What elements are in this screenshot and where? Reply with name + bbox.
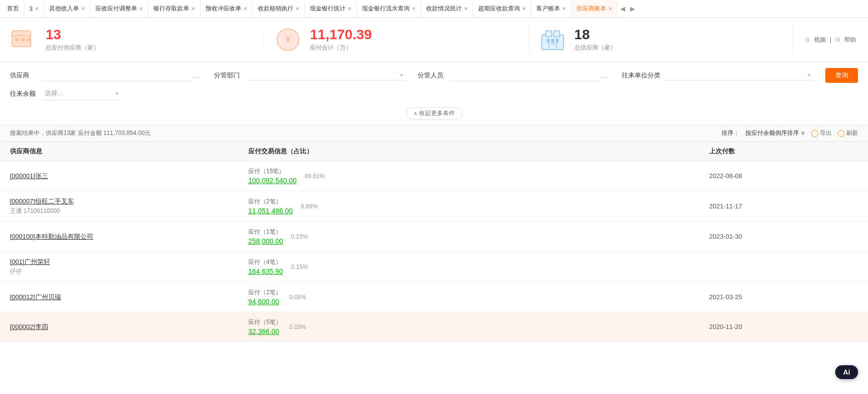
supplier-dots-icon[interactable]: ... [192,71,202,80]
tx-amount[interactable]: 164,635.90 [248,267,283,275]
supplier-input[interactable] [42,69,192,81]
export-icon [811,130,818,137]
filter-dept: 分管部门 ▾ [214,70,406,80]
supplier-link[interactable]: [000001]张三 [10,172,248,181]
tx-amount[interactable]: 32,366.00 [248,328,282,335]
nav-tab-collection-stats[interactable]: 收款情况统计 ✕ [421,0,473,18]
tx-label: 应付（4笔） [248,258,283,266]
tx-amount[interactable]: 94,600.00 [248,298,282,306]
close-icon[interactable]: ✕ [348,6,352,11]
collapse-arrow-icon: ∧ [414,111,417,116]
supplier-cell: [000007]恒旺二手叉车 王通 17106110000 [10,197,248,215]
last-pay-date: 2020-11-20 [709,323,742,330]
col-header-transaction: 应付交易信息（占比） [248,147,709,156]
search-button[interactable]: 查询 [825,68,858,83]
close-icon[interactable]: ✕ [464,6,468,11]
close-active-icon[interactable]: ✕ [608,6,612,11]
category-chevron-down-icon: ▾ [808,72,810,78]
close-icon[interactable]: ✕ [522,6,526,11]
refresh-button[interactable]: 刷新 [838,129,858,137]
sort-select[interactable]: 按应付余额倒序排序 ∨ [745,129,805,137]
nav-tab-cash-bank-flow[interactable]: 现金银行流水查询 ✕ [357,0,421,18]
person-input[interactable] [449,69,600,81]
nav-tab-supplier-ledger[interactable]: 供应商账本 ✕ [572,0,618,18]
export-button[interactable]: 导出 [811,129,832,137]
sort-chevron-down-icon: ∨ [800,130,805,136]
ai-button[interactable]: Ai [835,365,858,379]
dept-label: 分管部门 [214,71,242,80]
supplier-cell: [000002]李四 [10,323,248,331]
tx-percent: 89.61% [304,173,325,180]
supplier-link[interactable]: [000002]李四 [10,323,248,331]
balance-label: 往来余额 [10,89,38,98]
close-icon[interactable]: ✕ [243,6,247,11]
nav-tab-prepay-offset[interactable]: 预收冲应收单 ✕ [201,0,253,18]
tx-amount[interactable]: 11,051,486.00 [248,207,293,215]
filter-row-1: 供应商 ... 分管部门 ▾ 分管人员 ... 往来单位分类 [10,68,858,83]
svg-rect-12 [556,39,559,43]
collapse-button[interactable]: ∧ 收起更多条件 [406,107,462,120]
nav-next-arrow[interactable]: ▶ [628,0,638,18]
filter-balance: 往来余额 选择... ▾ [10,87,846,100]
nav-prev-arrow[interactable]: ◀ [618,0,628,18]
last-pay-date: 2021-11-17 [709,202,742,210]
table-row[interactable]: [001]广州荣轩 仔仔 应付（4笔） 164,635.90 0.15% [0,252,868,282]
table-row[interactable]: [000012]广州贝瑞 应付（2笔） 94,600.00 0.08% 2021… [0,282,868,312]
svg-rect-11 [551,39,554,43]
top-right-links: ⊙ 视频 | ⊙ 帮助 [793,36,858,44]
refresh-icon [838,130,845,137]
nav-tab-3[interactable]: 3 ✕ [24,0,44,18]
total-supplier-label: 总供应商（家） [575,44,616,52]
close-icon[interactable]: ✕ [295,6,299,11]
supplier-link[interactable]: [000012]广州贝瑞 [10,293,248,302]
nav-tab-other-income[interactable]: 其他收入单 ✕ [44,0,90,18]
close-icon[interactable]: ✕ [139,6,143,11]
supplier-link[interactable]: [001]广州荣轩 [10,258,248,266]
nav-tab-customer-ledger[interactable]: 客户账本 ✕ [531,0,572,18]
tx-label: 应付（15笔） [248,167,296,176]
last-pay-cell: 2020-11-20 [709,323,858,330]
tx-amount[interactable]: 258,000.00 [248,237,283,245]
stats-bar: 13 总应付供应商（家） ¥ 11,170.39 应付合计（万） [0,18,868,62]
table-row[interactable]: [000002]李四 应付（5笔） 32,366.00 0.03% 2020-1… [0,312,868,342]
stat-content-total-suppliers: 18 总供应商（家） [575,28,616,52]
last-pay-date: 2023-01-30 [709,233,742,240]
person-dots-icon[interactable]: ... [600,71,609,80]
close-icon[interactable]: ✕ [191,6,195,11]
results-actions: 排序： 按应付余额倒序排序 ∨ 导出 刷新 [722,129,858,137]
dept-select[interactable]: ▾ [246,70,406,80]
category-label: 往来单位分类 [622,71,660,80]
filter-supplier: 供应商 ... [10,69,202,81]
filter-row-2: 往来余额 选择... ▾ [10,87,858,100]
svg-rect-9 [554,31,560,37]
nav-tab-home[interactable]: 首页 [2,0,24,18]
payable-total-icon: ¥ [274,26,302,54]
supplier-link[interactable]: [000007]恒旺二手叉车 [10,197,248,206]
tx-amount[interactable]: 100,092,540.00 [248,177,296,185]
close-icon[interactable]: ✕ [81,6,85,11]
top-nav: 首页 3 ✕ 其他收入单 ✕ 应收应付调整单 ✕ 银行存取款单 ✕ 预收冲应收单… [0,0,868,18]
table-row[interactable]: [000001]张三 应付（15笔） 100,092,540.00 89.61%… [0,161,868,191]
svg-rect-4 [27,38,31,41]
close-tab-3-icon[interactable]: ✕ [35,6,39,11]
tx-percent: 0.23% [291,233,308,240]
table-row[interactable]: [000100]本特勤油品有限公司 应付（1笔） 258,000.00 0.23… [0,222,868,252]
transaction-cell: 应付（2笔） 94,600.00 0.08% [248,288,709,306]
nav-tab-overdue-ar[interactable]: 超期应收款查询 ✕ [473,0,531,18]
nav-tab-cash-bank-stats[interactable]: 现金银行统计 ✕ [305,0,357,18]
table-body: [000001]张三 应付（15笔） 100,092,540.00 89.61%… [0,161,868,342]
tx-label: 应付（1笔） [248,228,283,236]
category-select[interactable]: ▾ [664,70,814,80]
nav-tab-collection-verify[interactable]: 收款核销执行 ✕ [253,0,305,18]
results-summary: 搜索结果中，供应商13家 应付金额 111,703,854.00元 [10,129,722,137]
nav-tab-ar-ap-adjust[interactable]: 应收应付调整单 ✕ [90,0,148,18]
help-link[interactable]: 帮助 [844,36,856,44]
dept-chevron-down-icon: ▾ [400,72,403,78]
close-icon[interactable]: ✕ [412,6,416,11]
table-row[interactable]: [000007]恒旺二手叉车 王通 17106110000 应付（2笔） 11,… [0,191,868,222]
close-icon[interactable]: ✕ [562,6,566,11]
nav-tab-bank-deposit[interactable]: 银行存取款单 ✕ [148,0,201,18]
video-link[interactable]: 视频 [814,36,826,44]
balance-select[interactable]: 选择... ▾ [42,87,121,100]
supplier-link[interactable]: [000100]本特勤油品有限公司 [10,232,248,241]
